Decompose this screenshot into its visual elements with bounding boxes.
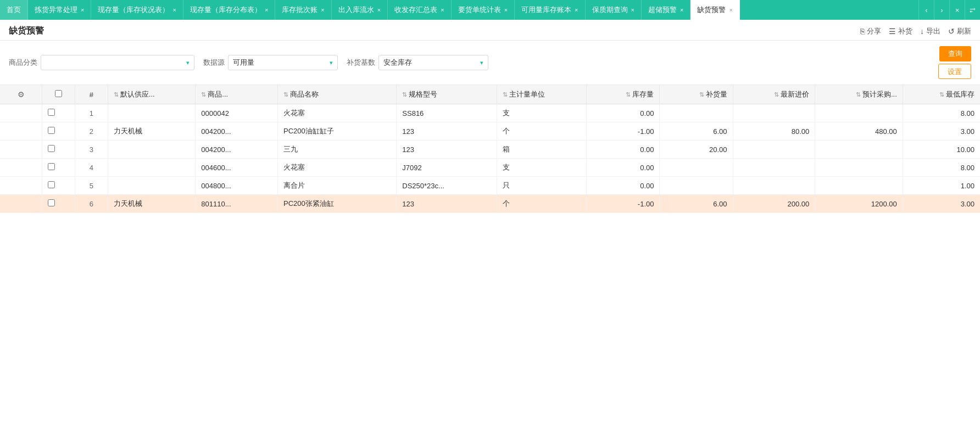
tab-item-0[interactable]: 首页 [0,0,28,20]
tab-item-4[interactable]: 库存批次账× [275,0,331,20]
tab-item-6[interactable]: 收发存汇总表× [388,0,451,20]
tab-close-4[interactable]: × [321,7,324,13]
gear-icon[interactable]: ⚙ [18,90,25,99]
cell-unit: 个 [497,195,587,213]
th-latest-price[interactable]: 最新进价 [733,85,815,104]
th-name[interactable]: 商品名称 [278,85,397,104]
cell-action [0,177,42,195]
cell-supplier: 力天机械 [108,195,195,213]
tab-close-3[interactable]: × [265,7,268,13]
tab-label-1: 拣货异常处理 [35,5,77,15]
tab-item-10[interactable]: 超储预警× [642,0,691,20]
th-code[interactable]: 商品... [196,85,278,104]
tab-item-3[interactable]: 现存量（库存分布表）× [183,0,275,20]
cell-stock: -1.00 [587,195,660,213]
cell-checkbox [42,122,75,141]
cell-code: 004200... [196,122,278,141]
tab-item-9[interactable]: 保质期查询× [586,0,642,20]
th-min-stock[interactable]: 最低库存 [903,85,980,104]
cell-latest-price [733,177,815,195]
th-unit[interactable]: 主计量单位 [497,85,587,104]
cell-num: 3 [75,141,108,159]
cell-supplier [108,141,195,159]
table-container: ⚙ # 默认供应... 商品... 商品名称 规格型号 主计量单位 库存量 补货… [0,85,980,437]
tab-item-8[interactable]: 可用量库存账本× [515,0,585,20]
tab-close-1[interactable]: × [81,7,84,13]
cell-latest-price [733,141,815,159]
category-label: 商品分类 [9,58,37,68]
th-spec[interactable]: 规格型号 [397,85,497,104]
replenish-basis-value: 安全库存 [383,58,412,68]
tab-nav-fullscreen[interactable]: ⥂ [965,0,980,20]
refresh-action[interactable]: ↺ 刷新 [948,26,971,36]
table-row: 6力天机械801110...PC200张紧油缸123个-1.006.00200.… [0,195,980,213]
row-checkbox-3[interactable] [48,163,55,170]
select-all-checkbox[interactable] [55,90,62,97]
cell-checkbox [42,141,75,159]
th-supplier[interactable]: 默认供应... [108,85,195,104]
row-checkbox-4[interactable] [48,181,55,188]
tab-label-11: 缺货预警 [697,5,726,15]
row-checkbox-2[interactable] [48,145,55,152]
cell-action [0,159,42,177]
tab-close-5[interactable]: × [377,7,381,13]
cell-estimated-purchase [815,177,903,195]
cell-name: 火花塞 [278,159,397,177]
row-checkbox-0[interactable] [48,109,55,116]
tab-close-6[interactable]: × [441,7,444,13]
tab-nav-prev[interactable]: ‹ [918,0,934,20]
th-stock[interactable]: 库存量 [587,85,660,104]
tab-item-1[interactable]: 拣货异常处理× [28,0,91,20]
cell-unit: 支 [497,104,587,122]
tab-close-8[interactable]: × [575,7,578,13]
row-checkbox-1[interactable] [48,127,55,134]
cell-supplier: 力天机械 [108,122,195,141]
replenish-basis-select[interactable]: 安全库存 ▾ [378,55,488,70]
cell-estimated-purchase [815,141,903,159]
tab-label-8: 可用量库存账本 [521,5,571,15]
cell-estimated-purchase [815,104,903,122]
replenish-action[interactable]: ☰ 补货 [889,26,912,36]
cell-replenish [660,177,733,195]
tab-nav-next[interactable]: › [934,0,949,20]
th-estimated-purchase[interactable]: 预计采购... [815,85,903,104]
cell-code: 004600... [196,159,278,177]
export-action[interactable]: ↓ 导出 [920,26,940,36]
tab-item-5[interactable]: 出入库流水× [332,0,388,20]
cell-unit: 只 [497,177,587,195]
filter-actions: 查询 设置 [938,46,971,79]
cell-code: 004800... [196,177,278,195]
page-header: 缺货预警 ⎘ 分享 ☰ 补货 ↓ 导出 ↺ 刷新 [0,20,980,41]
cell-action [0,122,42,141]
tab-label-10: 超储预警 [648,5,677,15]
cell-num: 6 [75,195,108,213]
tab-close-11[interactable]: × [729,7,732,13]
row-checkbox-5[interactable] [48,199,55,206]
cell-min-stock: 1.00 [903,177,980,195]
share-icon: ⎘ [860,27,865,36]
cell-unit: 箱 [497,141,587,159]
main-content: 缺货预警 ⎘ 分享 ☰ 补货 ↓ 导出 ↺ 刷新 商品分类 [0,20,980,437]
tab-close-10[interactable]: × [680,7,683,13]
tab-item-2[interactable]: 现存量（库存状况表）× [91,0,183,20]
tab-item-7[interactable]: 要货单统计表× [452,0,515,20]
tab-nav-close[interactable]: × [949,0,965,20]
th-replenish[interactable]: 补货量 [660,85,733,104]
settings-button[interactable]: 设置 [938,64,971,79]
cell-checkbox [42,177,75,195]
tab-label-6: 收发存汇总表 [394,5,437,15]
tab-close-2[interactable]: × [172,7,176,13]
th-gear[interactable]: ⚙ [0,85,42,104]
query-button[interactable]: 查询 [939,46,971,61]
cell-code: 004200... [196,141,278,159]
share-action[interactable]: ⎘ 分享 [860,26,881,36]
tab-item-11[interactable]: 缺货预警× [691,0,739,20]
tab-close-9[interactable]: × [631,7,634,13]
tab-close-7[interactable]: × [504,7,508,13]
refresh-icon: ↺ [948,27,955,36]
category-select[interactable]: ▾ [41,55,194,70]
datasource-select[interactable]: 可用量 ▾ [228,55,338,70]
cell-spec: DS250*23c... [397,177,497,195]
cell-supplier [108,159,195,177]
replenish-icon: ☰ [889,27,896,36]
